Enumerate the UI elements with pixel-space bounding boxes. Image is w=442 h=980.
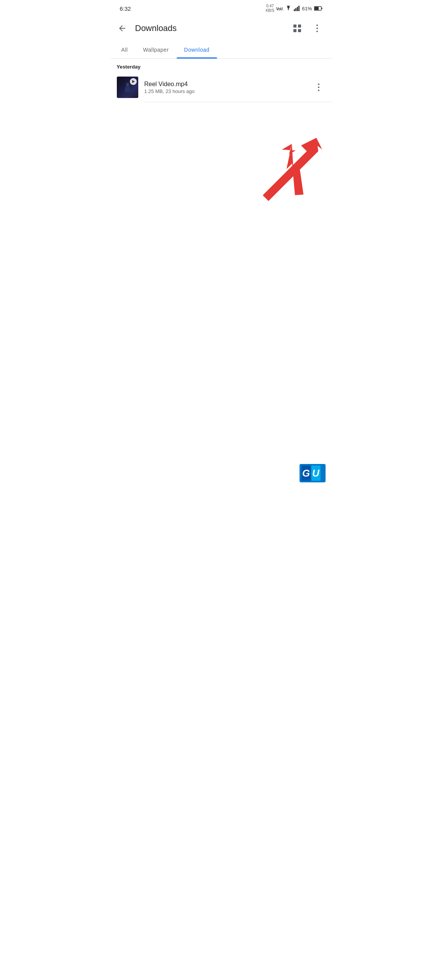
dot1: [316, 24, 318, 26]
more-options-button[interactable]: [309, 20, 326, 37]
red-arrow-annotation: [244, 126, 328, 211]
status-bar: 6:32 0.47 KB/S Vo W 61%: [111, 0, 332, 15]
svg-text:W: W: [280, 7, 283, 11]
signal-icon: [294, 6, 300, 11]
status-speed: 0.47 KB/S: [266, 4, 275, 13]
grid-icon: [293, 24, 301, 33]
tab-download[interactable]: Download: [177, 41, 217, 58]
back-button[interactable]: [114, 20, 131, 37]
dot2: [316, 28, 318, 29]
svg-marker-16: [282, 144, 296, 156]
svg-marker-17: [263, 138, 318, 201]
svg-rect-8: [321, 8, 322, 9]
svg-text:G: G: [302, 467, 310, 479]
battery-icon: [314, 6, 322, 11]
battery-percentage: 61%: [302, 6, 312, 11]
grid-view-button[interactable]: [289, 20, 306, 37]
svg-rect-5: [298, 6, 300, 11]
svg-rect-4: [297, 7, 298, 11]
item-more-button[interactable]: [312, 80, 326, 94]
file-meta: 1.25 MB, 23 hours ago: [144, 88, 306, 94]
svg-rect-2: [294, 9, 295, 11]
page-title: Downloads: [135, 23, 177, 33]
back-icon: [118, 24, 127, 33]
svg-marker-18: [314, 138, 322, 149]
svg-rect-3: [295, 8, 296, 11]
dot3: [316, 31, 318, 32]
header: Downloads: [111, 15, 332, 41]
thumbnail-figure: [120, 81, 135, 96]
file-name: Reel Video.mp4: [144, 81, 306, 88]
file-info: Reel Video.mp4 1.25 MB, 23 hours ago: [144, 81, 306, 94]
svg-rect-12: [298, 29, 301, 32]
svg-text:U: U: [312, 467, 320, 479]
wifi-icon: [285, 6, 292, 11]
file-item-divider: [144, 102, 332, 102]
svg-rect-10: [298, 24, 301, 28]
item-dot3: [318, 90, 319, 91]
file-item[interactable]: Reel Video.mp4 1.25 MB, 23 hours ago: [111, 73, 332, 102]
svg-point-14: [126, 83, 129, 86]
file-thumbnail: [117, 77, 138, 98]
tabs-bar: All Wallpaper Download: [111, 41, 332, 59]
status-icons: 0.47 KB/S Vo W 61%: [266, 4, 322, 13]
annotation-arrow: [247, 138, 324, 214]
svg-marker-15: [272, 144, 317, 199]
watermark: G U: [300, 464, 326, 482]
tab-wallpaper[interactable]: Wallpaper: [136, 41, 177, 58]
vowifi-icon: Vo W: [276, 6, 283, 11]
status-time: 6:32: [120, 5, 131, 12]
section-header-yesterday: Yesterday: [111, 59, 332, 73]
svg-rect-9: [293, 24, 296, 28]
svg-rect-7: [314, 7, 319, 10]
tab-all[interactable]: All: [114, 41, 136, 58]
item-dot2: [318, 87, 319, 88]
svg-rect-11: [293, 29, 296, 32]
item-dot1: [318, 83, 319, 85]
watermark-logo: G U: [301, 465, 324, 481]
